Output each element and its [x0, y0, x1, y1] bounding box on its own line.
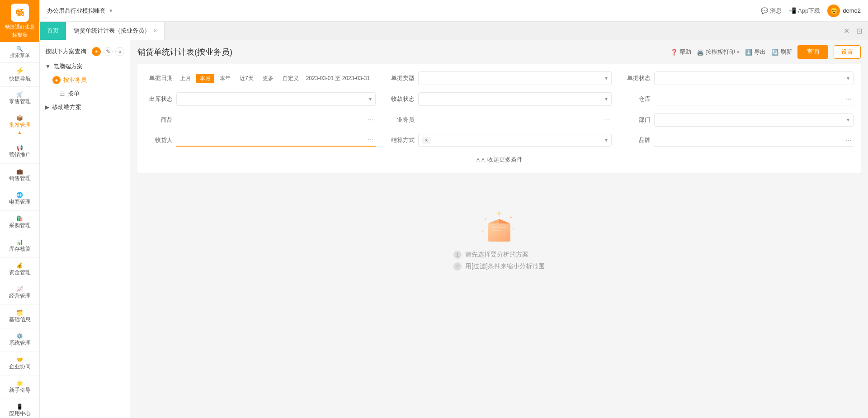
left-panel-header: 按以下方案查询 + ✎ « [40, 45, 130, 60]
out-status-arrow: ▾ [369, 96, 372, 102]
finance-icon: 💰 [2, 262, 38, 269]
purchase-label: 采购管理 [2, 222, 38, 229]
refresh-btn[interactable]: 🔄 刷新 [771, 48, 792, 56]
brand-input[interactable]: ··· [654, 134, 854, 147]
collapse-label: 收起更多条件 [487, 156, 523, 163]
goods-input[interactable]: ··· [176, 114, 376, 126]
sidebar-item-newbie[interactable]: 🌟 新手引导 [0, 375, 39, 399]
sidebar-item-purchase[interactable]: 🛍️ 采购管理 [0, 211, 39, 234]
receipt-status-select[interactable]: ▾ [418, 92, 612, 106]
tree-by-order[interactable]: ☰ 按单 [40, 87, 130, 100]
filter-row-2: 出库状态 ▾ 收款状态 ▾ 仓库 ··· [145, 90, 854, 108]
doc-type-select[interactable]: ▾ [418, 71, 612, 85]
dept-select[interactable]: ▾ [654, 113, 854, 127]
query-button[interactable]: 查询 [797, 45, 828, 59]
doc-status-select[interactable]: ▾ [654, 71, 854, 85]
collapse-bar[interactable]: ∧∧ 收起更多条件 [145, 152, 854, 167]
topbar: 办公用品行业模拟账套 ▾ 💬 消息 📲 App下载 😊 demo2 [40, 0, 868, 22]
logo-icon: 畅 [11, 4, 29, 22]
sidebar-item-operations[interactable]: 📈 经营管理 [0, 281, 39, 305]
right-panel: 销货单统计计表(按业务员) ❓ 帮助 🖨️ 按模板打印 ▾ ⬇️ 导出 [130, 40, 868, 418]
topbar-dropdown-icon[interactable]: ▾ [109, 7, 113, 14]
tree-pc-scheme[interactable]: ▼ 电脑端方案 [40, 60, 130, 73]
tab-close-icon[interactable]: × [154, 28, 157, 34]
sidebar-item-system[interactable]: ⚙️ 系统管理 [0, 328, 39, 352]
sidebar-item-finance[interactable]: 💰 资金管理 [0, 258, 39, 281]
purchase-icon: 🛍️ [2, 215, 38, 222]
date-custom-btn[interactable]: 自定义 [279, 74, 302, 83]
salesperson-label: 业务员 [387, 116, 418, 124]
newbie-label: 新手引导 [2, 386, 38, 394]
sidebar-item-sales[interactable]: 💼 销售管理 [0, 164, 39, 187]
app-download-btn[interactable]: 📲 App下载 [789, 7, 820, 15]
sidebar-item-app[interactable]: 📱 应用中心 [0, 399, 39, 418]
sidebar-search[interactable]: 🔍 搜索菜单 [0, 42, 39, 63]
export-btn[interactable]: ⬇️ 导出 [745, 48, 766, 56]
add-scheme-btn[interactable]: + [92, 47, 101, 56]
sidebar-item-marketing[interactable]: 📢 营销推广 [0, 140, 39, 164]
filter-area: 单据日期 上月 本月 本年 近7天 更多 自定义 2023-03-01 至 20… [137, 64, 861, 173]
salesperson-input[interactable]: ··· [418, 114, 612, 126]
help-btn[interactable]: ❓ 帮助 [670, 48, 691, 56]
sidebar-item-retail[interactable]: 🛒 零售管理 [0, 87, 39, 110]
consignee-dots: ··· [368, 136, 373, 144]
edit-scheme-btn[interactable]: ✎ [104, 47, 113, 56]
date-this-year-btn[interactable]: 本年 [216, 74, 234, 83]
payment-label: 结算方式 [387, 136, 418, 144]
sidebar-item-wholesale[interactable]: 📦 批发管理 ▲ [0, 110, 39, 140]
payment-select[interactable]: × ▾ [418, 134, 612, 147]
tree-mobile-scheme-label: 移动端方案 [52, 103, 81, 111]
message-btn[interactable]: 💬 消息 [761, 7, 782, 15]
tip-text-1: 请先选择要分析的方案 [465, 251, 528, 259]
tree-mobile-scheme[interactable]: ▶ 移动端方案 [40, 100, 130, 114]
tab-sales-report[interactable]: 销货单统计计表（按业务员） × [66, 22, 165, 40]
main-area: 办公用品行业模拟账套 ▾ 💬 消息 📲 App下载 😊 demo2 首页 [40, 0, 868, 418]
print-btn[interactable]: 🖨️ 按模板打印 ▾ [697, 48, 740, 56]
user-area[interactable]: 😊 demo2 [827, 5, 861, 17]
collapse-panel-btn[interactable]: « [115, 47, 124, 56]
tab-home[interactable]: 首页 [40, 22, 66, 40]
doc-status-arrow: ▾ [847, 75, 849, 81]
window-maximize-btn[interactable]: ⊡ [854, 25, 864, 36]
svg-text:✦: ✦ [512, 227, 515, 231]
warehouse-dots: ··· [846, 95, 852, 103]
empty-illustration: ✦ ✦ ✦ ✦ [476, 205, 522, 251]
salesperson-cell: 业务员 ··· [381, 111, 618, 128]
date-last7-btn[interactable]: 近7天 [236, 74, 257, 83]
operations-label: 经营管理 [2, 292, 38, 300]
svg-rect-0 [488, 223, 510, 242]
date-last-month-btn[interactable]: 上月 [176, 74, 194, 83]
tree-sales-person-label: 按业务员 [63, 76, 87, 84]
sidebar-item-ecommerce[interactable]: 🌐 电商管理 [0, 187, 39, 211]
page-content: 按以下方案查询 + ✎ « ▼ 电脑端方案 [40, 40, 868, 418]
doc-type-arrow: ▾ [605, 75, 608, 81]
goods-dots: ··· [368, 116, 373, 124]
sidebar-quick[interactable]: ⚡ 快捷导航 [0, 63, 39, 87]
sidebar-item-basic[interactable]: 🗂️ 基础信息 [0, 305, 39, 328]
doc-status-filter-cell: 单据状态 ▾ [617, 70, 854, 87]
sidebar-logo[interactable]: 畅 畅捷通好生意 标报员 [0, 0, 39, 42]
quick-nav-label: 快捷导航 [2, 75, 38, 83]
order-icon: ☰ [60, 90, 65, 97]
wholesale-icon: 📦 [2, 115, 38, 121]
tab-sales-report-label: 销货单统计计表（按业务员） [74, 27, 150, 35]
sidebar-item-collab[interactable]: 🤝 企业协同 [0, 352, 39, 375]
collapse-icon: « [118, 48, 122, 55]
out-status-select[interactable]: ▾ [176, 92, 376, 106]
receipt-status-arrow: ▾ [605, 96, 608, 102]
consignee-input[interactable]: ··· [176, 134, 376, 147]
left-panel-actions: + ✎ « [92, 47, 124, 56]
basic-label: 基础信息 [2, 316, 38, 323]
warehouse-input[interactable]: ··· [654, 93, 854, 105]
settings-button[interactable]: 设置 [834, 45, 861, 59]
window-buttons: ✕ ⊡ [841, 25, 868, 36]
inventory-label: 库存核算 [2, 245, 38, 253]
window-close-btn[interactable]: ✕ [841, 25, 852, 36]
payment-tag-close[interactable]: × [425, 137, 428, 143]
sidebar-item-inventory[interactable]: 📊 库存核算 [0, 234, 39, 258]
logo-subtitle: 标报员 [12, 32, 27, 38]
tree-sales-person[interactable]: ● 按业务员 [40, 73, 130, 87]
date-more-btn[interactable]: 更多 [259, 74, 277, 83]
panel-title-text: 销货单统计计表(按业务员) [137, 47, 232, 57]
date-this-month-btn[interactable]: 本月 [196, 74, 214, 83]
